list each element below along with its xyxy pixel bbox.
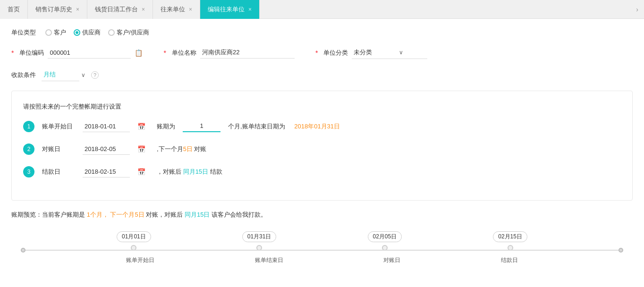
tl-line-4 — [471, 250, 619, 251]
tl-left-dot — [21, 248, 25, 253]
tl-node-1: 01月01日 — [117, 231, 151, 251]
preview-pay: 同月15日 — [185, 211, 210, 218]
tab-sales-history-label: 销售订单历史 — [35, 5, 72, 14]
tab-bar: 首页 销售订单历史 × 钱货日清工作台 × 往来单位 × 编辑往来单位 × › — [0, 0, 644, 19]
payment-condition-value: 月结 — [42, 68, 79, 81]
step-3-row: 3 结款日 📅 ，对账后 同月15日 结款 — [23, 166, 621, 177]
step-3-num: 3 — [23, 166, 34, 177]
radio-supplier-label: 供应商 — [82, 28, 101, 37]
tab-partner-label: 往来单位 — [161, 5, 185, 14]
step-3-label: 结款日 — [42, 168, 75, 176]
unit-cat-star: * — [315, 49, 318, 57]
tab-partner[interactable]: 往来单位 × — [153, 0, 200, 19]
unit-code-icon[interactable]: 📋 — [135, 49, 143, 57]
tl-label-3: 对账日 — [383, 256, 400, 264]
unit-name-input[interactable] — [200, 47, 295, 59]
unit-type-label: 单位类型 — [11, 28, 36, 37]
payment-condition-dropdown[interactable]: 月结 ∨ — [42, 68, 85, 81]
preview-period: 1个月， — [87, 211, 109, 218]
tl-node-4: 02月15日 — [493, 231, 527, 251]
step-1-date-input[interactable] — [83, 121, 130, 132]
unit-category-group: * 单位分类 未分类 ∨ — [315, 46, 427, 59]
settings-box: 请按照未来的一个完整帐期进行设置 1 账单开始日 📅 账期为 个月,账单结束日期… — [11, 91, 633, 201]
step-2-row: 2 对账日 📅 ,下一个月5日 对账 — [23, 144, 621, 155]
tab-edit-partner-label: 编辑往来单位 — [208, 5, 245, 14]
step-1-period-suffix: 个月,账单结束日期为 — [228, 122, 287, 131]
tl-bubble-3: 02月05日 — [368, 231, 402, 242]
step-2-date-input[interactable] — [83, 144, 130, 155]
step-1-period-input[interactable] — [183, 120, 220, 132]
radio-customer-label: 客户 — [54, 28, 66, 37]
unit-type-radio-group: 客户 供应商 客户/供应商 — [45, 28, 149, 37]
step-1-label: 账单开始日 — [42, 122, 75, 131]
tl-node-2: 01月31日 — [242, 231, 277, 251]
step-2-desc: ,下一个月5日 对账 — [157, 145, 206, 153]
step-3-desc: ，对账后 同月15日 结款 — [157, 168, 222, 176]
radio-supplier[interactable]: 供应商 — [74, 28, 101, 37]
tab-edit-partner-close[interactable]: × — [248, 6, 252, 13]
settings-instruction: 请按照未来的一个完整帐期进行设置 — [23, 102, 621, 111]
payment-condition-arrow: ∨ — [81, 72, 85, 78]
step-3-date-input[interactable] — [83, 166, 130, 177]
unit-type-row: 单位类型 客户 供应商 客户/供应商 — [11, 28, 633, 37]
preview-prefix: 账期预览：当前客户账期是 — [11, 211, 87, 218]
payment-condition-label: 收款条件 — [11, 71, 36, 79]
unit-name-star: * — [163, 49, 166, 57]
tab-cash-workbench-close[interactable]: × — [142, 6, 145, 13]
tab-home-label: 首页 — [8, 5, 20, 14]
page-content: 单位类型 客户 供应商 客户/供应商 * 单位编码 📋 * 单位名称 — [0, 19, 644, 287]
step-1-num: 1 — [23, 121, 34, 132]
preview-text: 账期预览：当前客户账期是 1个月， 下一个月5日 对账，对账后 同月15日 该客… — [11, 210, 633, 220]
tab-edit-partner[interactable]: 编辑往来单位 × — [200, 0, 260, 19]
tab-partner-close[interactable]: × — [189, 6, 192, 13]
preview-reconcile-suffix: 对账，对账后 — [146, 211, 185, 218]
unit-cat-label: 单位分类 — [323, 49, 348, 57]
preview-pay-suffix: 该客户会给我打款。 — [212, 211, 267, 218]
payment-condition-row: 收款条件 月结 ∨ ? — [11, 68, 633, 81]
tl-label-1: 账单开始日 — [126, 256, 154, 264]
timeline-container: 01月01日 01月31日 02月05日 02月15日 — [11, 231, 633, 264]
unit-cat-arrow: ∨ — [399, 49, 425, 56]
tab-sales-history[interactable]: 销售订单历史 × — [28, 0, 87, 19]
unit-cat-dropdown[interactable]: 未分类 ∨ — [352, 46, 427, 59]
step-1-calendar-icon[interactable]: 📅 — [137, 123, 145, 130]
radio-both-circle — [108, 29, 115, 36]
unit-code-star: * — [11, 49, 14, 57]
unit-name-label: 单位名称 — [172, 49, 196, 57]
step-1-end-date: 2018年01月31日 — [294, 122, 340, 131]
step-2-label: 对账日 — [42, 145, 75, 153]
tl-right-dot — [619, 248, 623, 253]
tab-home[interactable]: 首页 — [0, 0, 28, 19]
step-1-period-label: 账期为 — [157, 122, 175, 131]
unit-cat-value: 未分类 — [354, 48, 380, 57]
tl-line-2 — [174, 250, 322, 251]
tab-cash-workbench-label: 钱货日清工作台 — [95, 5, 138, 14]
preview-reconcile: 下一个月5日 — [110, 211, 144, 218]
radio-both-label: 客户/供应商 — [117, 28, 149, 37]
timeline-labels-row: 账单开始日 账单结束日 对账日 结款日 — [21, 256, 623, 264]
timeline-line-row — [21, 248, 623, 253]
unit-code-group: * 单位编码 📋 — [11, 47, 143, 59]
tl-line-1 — [25, 250, 173, 251]
tl-bubble-2: 01月31日 — [242, 231, 277, 242]
unit-code-input[interactable] — [48, 47, 131, 59]
tl-label-2: 账单结束日 — [255, 256, 283, 264]
unit-name-group: * 单位名称 — [163, 47, 294, 59]
radio-customer-circle — [45, 29, 52, 36]
step-2-num: 2 — [23, 144, 34, 155]
step-2-calendar-icon[interactable]: 📅 — [137, 145, 145, 153]
unit-info-row: * 单位编码 📋 * 单位名称 * 单位分类 未分类 ∨ — [11, 46, 633, 59]
step-1-row: 1 账单开始日 📅 账期为 个月,账单结束日期为 2018年01月31日 — [23, 120, 621, 132]
tl-line-3 — [322, 250, 470, 251]
radio-supplier-circle — [74, 29, 80, 36]
tab-expand-icon[interactable]: › — [630, 6, 644, 13]
radio-customer[interactable]: 客户 — [45, 28, 66, 37]
tab-sales-history-close[interactable]: × — [76, 6, 79, 13]
radio-both[interactable]: 客户/供应商 — [108, 28, 149, 37]
step-3-calendar-icon[interactable]: 📅 — [137, 168, 145, 176]
payment-help-icon[interactable]: ? — [91, 71, 99, 79]
tl-bubble-1: 01月01日 — [117, 231, 151, 242]
unit-code-label: 单位编码 — [19, 49, 44, 57]
tl-bubble-4: 02月15日 — [493, 231, 527, 242]
tab-cash-workbench[interactable]: 钱货日清工作台 × — [87, 0, 153, 19]
